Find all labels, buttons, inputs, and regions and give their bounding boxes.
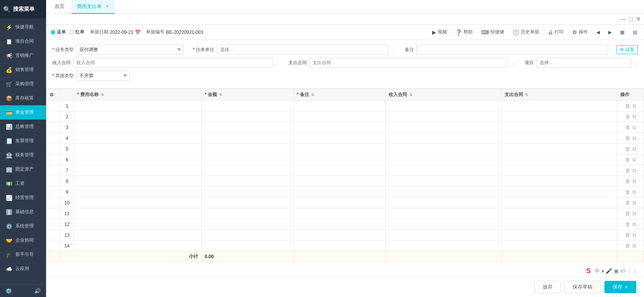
row-income-contract-4[interactable] <box>386 133 501 144</box>
sound-icon[interactable]: 🔊 <box>34 288 41 294</box>
row-income-contract-5[interactable] <box>386 144 501 154</box>
invoice-type-select[interactable]: 不开票 <box>76 71 130 81</box>
row-delete-4[interactable]: 🗑 <box>625 135 630 141</box>
row-income-contract-14[interactable] <box>386 241 501 251</box>
row-amount-11[interactable] <box>202 208 294 219</box>
row-delete-6[interactable]: 🗑 <box>625 157 630 163</box>
th-expense-name[interactable]: * 费用名称 ⇅ <box>74 89 202 101</box>
row-expense-name-7[interactable] <box>74 165 202 176</box>
tab-home[interactable]: 首页 <box>49 0 70 14</box>
operation-button[interactable]: ⚙ 操作 <box>570 28 590 36</box>
row-expense-contract-11[interactable] <box>501 208 617 219</box>
video-button[interactable]: ▶ 视频 <box>430 28 449 36</box>
row-delete-2[interactable]: 🗑 <box>625 114 630 119</box>
row-amount-8[interactable] <box>202 176 294 187</box>
row-expense-contract-10[interactable] <box>501 197 617 208</box>
row-amount-4[interactable] <box>202 133 294 144</box>
row-delete-9[interactable]: 🗑 <box>625 189 630 195</box>
row-income-contract-9[interactable] <box>386 187 501 197</box>
row-copy-3[interactable]: ⧉ <box>632 124 636 131</box>
next-button[interactable]: ▶ <box>606 29 614 36</box>
row-amount-10[interactable] <box>202 197 294 208</box>
row-income-contract-3[interactable] <box>386 122 501 133</box>
row-expense-contract-6[interactable] <box>501 154 617 165</box>
row-remark-11[interactable] <box>293 208 386 219</box>
save-draft-button[interactable]: 保存草稿 <box>565 281 601 293</box>
row-delete-7[interactable]: 🗑 <box>625 168 630 173</box>
sidebar-item-quick-nav[interactable]: ⚡ 快捷导航 <box>0 20 46 34</box>
row-delete-8[interactable]: 🗑 <box>625 178 630 184</box>
row-delete-14[interactable]: 🗑 <box>625 243 630 249</box>
history-button[interactable]: 🕐 历史单据 <box>510 28 541 36</box>
expense-contract-ellipsis[interactable]: ... <box>512 60 515 65</box>
row-income-contract-7[interactable] <box>386 165 501 176</box>
row-copy-2[interactable]: ⧉ <box>632 114 636 120</box>
row-expense-contract-13[interactable] <box>501 230 617 241</box>
sidebar-search-label[interactable]: 搜索菜单 <box>13 6 35 13</box>
row-amount-12[interactable] <box>202 219 294 230</box>
th-expense-contract[interactable]: 支出合同 ⇅ <box>501 89 617 101</box>
sidebar-item-fixed-assets[interactable]: 🏢 固定资产 <box>0 162 46 176</box>
row-delete-13[interactable]: 🗑 <box>625 232 630 238</box>
row-copy-1[interactable]: ⧉ <box>632 103 636 109</box>
sidebar-item-new-guide[interactable]: 🎓 新手引导 <box>0 247 46 262</box>
row-expense-name-4[interactable] <box>74 133 202 144</box>
abandon-button[interactable]: 放弃 <box>535 281 561 293</box>
close-button[interactable]: ✕ <box>636 15 641 23</box>
sidebar-item-tax[interactable]: 🏦 税务管理 <box>0 148 46 162</box>
row-expense-contract-12[interactable] <box>501 219 617 230</box>
row-copy-14[interactable]: ⧉ <box>632 243 636 249</box>
row-remark-2[interactable] <box>293 111 386 122</box>
tab-expense[interactable]: 费用支出单✕ <box>71 0 114 14</box>
row-amount-6[interactable] <box>202 154 294 165</box>
income-contract-input[interactable] <box>73 58 273 68</box>
row-income-contract-12[interactable] <box>386 219 501 230</box>
sidebar-item-base-info[interactable]: ℹ️ 基础信息 <box>0 205 46 219</box>
row-amount-14[interactable] <box>202 241 294 251</box>
row-expense-contract-4[interactable] <box>501 133 617 144</box>
row-expense-name-14[interactable] <box>74 241 202 251</box>
sidebar-item-project-contract[interactable]: 📋 项目合同 <box>0 34 46 48</box>
row-delete-11[interactable]: 🗑 <box>625 211 630 216</box>
row-delete-3[interactable]: 🗑 <box>625 124 630 130</box>
view-toggle-2[interactable]: ▤ <box>631 29 639 36</box>
row-income-contract-2[interactable] <box>386 111 501 122</box>
sidebar-item-invoice[interactable]: 🧾 发票管理 <box>0 134 46 148</box>
row-copy-5[interactable]: ⧉ <box>632 146 636 152</box>
minimize-button[interactable]: — <box>620 16 626 23</box>
row-income-contract-11[interactable] <box>386 208 501 219</box>
row-delete-5[interactable]: 🗑 <box>625 146 630 152</box>
row-expense-contract-14[interactable] <box>501 241 617 251</box>
row-income-contract-8[interactable] <box>386 176 501 187</box>
row-copy-12[interactable]: ⧉ <box>632 221 636 227</box>
row-amount-13[interactable] <box>202 230 294 241</box>
row-remark-14[interactable] <box>293 241 386 251</box>
row-copy-7[interactable]: ⧉ <box>632 168 636 174</box>
partner-input[interactable] <box>217 45 389 55</box>
row-remark-7[interactable] <box>293 165 386 176</box>
blue-bill-radio[interactable]: 蓝单 <box>51 29 66 35</box>
sidebar-item-accounting[interactable]: 📊 总账管理 <box>0 119 46 134</box>
row-income-contract-10[interactable] <box>386 197 501 208</box>
sidebar-item-operations[interactable]: 📈 经营管理 <box>0 191 46 205</box>
row-amount-1[interactable] <box>202 101 294 111</box>
row-expense-name-10[interactable] <box>74 197 202 208</box>
row-remark-13[interactable] <box>293 230 386 241</box>
row-remark-5[interactable] <box>293 144 386 154</box>
project-ellipsis[interactable]: ... <box>634 60 638 65</box>
row-expense-contract-8[interactable] <box>501 176 617 187</box>
row-expense-name-11[interactable] <box>74 208 202 219</box>
help-button[interactable]: ❓ 帮助 <box>453 28 475 36</box>
partner-ellipsis[interactable]: ... <box>392 47 395 52</box>
row-income-contract-13[interactable] <box>386 230 501 241</box>
row-expense-contract-5[interactable] <box>501 144 617 154</box>
row-copy-11[interactable]: ⧉ <box>632 211 636 217</box>
sidebar-item-inventory[interactable]: 📦 库存核算 <box>0 91 46 105</box>
setting-button[interactable]: ⚙ 设置 <box>616 45 638 54</box>
row-income-contract-6[interactable] <box>386 154 501 165</box>
row-expense-contract-3[interactable] <box>501 122 617 133</box>
expense-contract-input[interactable] <box>309 58 509 68</box>
sidebar-item-cloud-apps[interactable]: ☁️ 云应用 <box>0 262 46 276</box>
row-expense-contract-2[interactable] <box>501 111 617 122</box>
row-amount-2[interactable] <box>202 111 294 122</box>
